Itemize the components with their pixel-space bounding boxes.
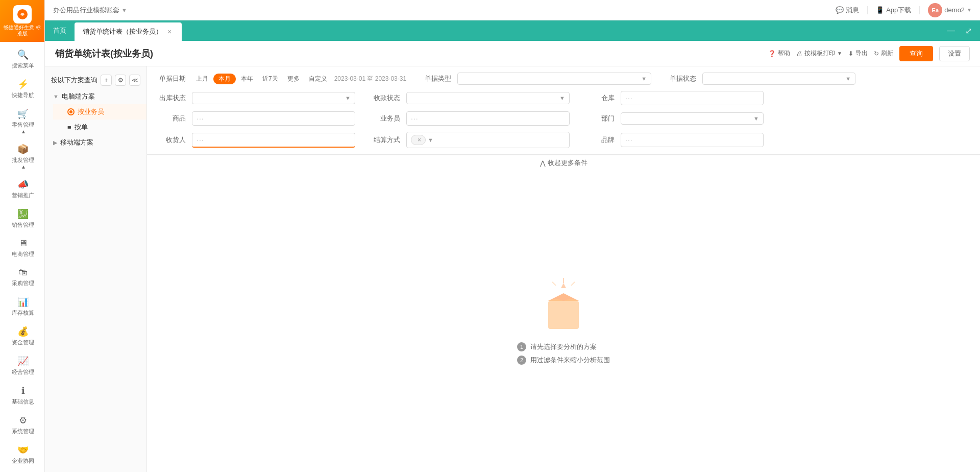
doc-type-control[interactable]: ▼: [457, 73, 651, 85]
goods-label: 商品: [157, 114, 186, 123]
app-download-button[interactable]: 📱 App下载: [876, 6, 911, 15]
tab-bar: 首页 销货单统计表（按业务员） × — ⤢: [45, 20, 980, 41]
outbound-control[interactable]: ▼: [192, 92, 355, 104]
sidebar-item-wholesale[interactable]: 📦 批发管理 ▲: [0, 138, 44, 174]
this-month-button[interactable]: 本月: [213, 74, 236, 84]
department-label: 部门: [586, 114, 615, 123]
tree-label-mobile: 移动端方案: [60, 138, 93, 147]
date-filter-buttons: 上月 本月 本年 近7天 更多 自定义 2023-03-01 至 2023-03…: [192, 74, 406, 84]
query-button[interactable]: 查询: [899, 46, 933, 61]
top-header: 办公用品行业模拟账套 ▼ 💬 消息 📱 App下载 Ea demo2 ▼: [45, 0, 980, 20]
settlement-clear-button[interactable]: ×: [418, 136, 421, 144]
chevron-down-icon: ▼: [53, 93, 59, 100]
add-scheme-button[interactable]: +: [101, 75, 112, 86]
svg-line-3: [571, 282, 575, 286]
empty-tips: 1 请先选择要分析的方案 2 用过滤条件来缩小分析范围: [517, 342, 610, 365]
sidebar-item-enterprise[interactable]: 🤝 企业协同: [0, 439, 44, 469]
tip-number-2: 2: [517, 356, 526, 365]
payment-label: 收款状态: [372, 93, 400, 103]
tab-sales-stats[interactable]: 销货单统计表（按业务员） ×: [75, 22, 182, 41]
avatar: Ea: [928, 3, 942, 17]
date-label: 单据日期: [157, 74, 186, 83]
sidebar-item-label: 营销推广: [12, 192, 34, 199]
app-title-bar: 办公用品行业模拟账套 ▼: [53, 6, 836, 15]
settlement-control[interactable]: × ▼: [406, 132, 570, 148]
scheme-by-order-label: 按单: [75, 123, 88, 132]
sidebar-item-quick[interactable]: ⚡ 快捷导航: [0, 74, 44, 103]
tab-home[interactable]: 首页: [45, 20, 75, 41]
divider: [867, 6, 868, 14]
operations-icon: 📈: [17, 356, 29, 367]
prev-month-button[interactable]: 上月: [192, 74, 212, 84]
user-profile[interactable]: Ea demo2 ▼: [928, 3, 972, 17]
page-title: 销货单统计表(按业务员): [55, 48, 768, 60]
retail-icon: 🛒: [17, 108, 29, 120]
warehouse-control[interactable]: ···: [621, 91, 764, 105]
brand-control[interactable]: ···: [621, 133, 764, 147]
filter-row-2: 出库状态 ▼ 收款状态 ▼ 仓库 ···: [157, 91, 970, 105]
tab-close-button[interactable]: ×: [165, 28, 174, 36]
collapse-conditions-button[interactable]: ⋀ 收起更多条件: [147, 155, 980, 171]
filter-row-1: 单据日期 上月 本月 本年 近7天 更多 自定义 2023-03-01 至 20…: [157, 73, 970, 85]
sidebar-item-system[interactable]: ⚙ 系统管理: [0, 410, 44, 439]
tab-home-label: 首页: [53, 26, 66, 35]
scheme-by-salesperson-label: 按业务员: [78, 107, 104, 116]
sidebar-item-purchase[interactable]: 🛍 采购管理: [0, 262, 44, 291]
print-button[interactable]: 🖨 按模板打印 ▼: [796, 49, 842, 58]
this-year-button[interactable]: 本年: [237, 74, 257, 84]
sidebar-item-ecommerce[interactable]: 🖥 电商管理: [0, 233, 44, 262]
sidebar-item-basic[interactable]: ℹ 基础信息: [0, 380, 44, 410]
inventory-icon: 📊: [17, 296, 29, 308]
salesperson-control[interactable]: ···: [406, 111, 570, 126]
scheme-by-order[interactable]: ≡ 按单: [53, 120, 146, 135]
export-icon: ⬇: [848, 50, 853, 57]
message-icon: 💬: [836, 6, 844, 14]
tip-text-1: 请先选择要分析的方案: [530, 342, 597, 351]
page-actions: ❓ 帮助 🖨 按模板打印 ▼ ⬇ 导出 ↻ 刷新 查询 设置: [768, 46, 970, 61]
scheme-by-salesperson[interactable]: 按业务员: [53, 104, 146, 120]
order-icon: ≡: [67, 124, 71, 131]
messages-button[interactable]: 💬 消息: [836, 6, 859, 15]
tree-item-desktop[interactable]: ▼ 电脑端方案: [45, 89, 146, 104]
recent7-button[interactable]: 近7天: [258, 74, 282, 84]
payment-control[interactable]: ▼: [406, 92, 570, 104]
chevron-right-icon: ▶: [53, 139, 57, 146]
custom-date-button[interactable]: 自定义: [305, 74, 331, 84]
enterprise-icon: 🤝: [17, 444, 29, 456]
right-panel: 单据日期 上月 本月 本年 近7天 更多 自定义 2023-03-01 至 20…: [147, 66, 980, 472]
settings-button[interactable]: 设置: [939, 46, 970, 61]
messages-label: 消息: [846, 6, 859, 15]
tree-item-mobile[interactable]: ▶ 移动端方案: [45, 135, 146, 150]
sidebar-item-retail[interactable]: 🛒 零售管理 ▲: [0, 103, 44, 138]
consignee-control[interactable]: ···: [192, 133, 355, 148]
goods-control[interactable]: ···: [192, 111, 355, 126]
quick-icon: ⚡: [17, 79, 29, 90]
chevron-up-icon: ▲: [21, 129, 26, 134]
minimize-button[interactable]: —: [943, 24, 959, 37]
doc-status-control[interactable]: ▼: [702, 73, 855, 85]
radio-selected-icon: [67, 108, 75, 115]
sidebar-item-sales[interactable]: 💹 销售管理: [0, 203, 44, 233]
sidebar-item-inventory[interactable]: 📊 库存核算: [0, 291, 44, 321]
export-button[interactable]: ⬇ 导出: [848, 49, 868, 58]
edit-scheme-button[interactable]: ⚙: [115, 75, 126, 86]
help-button[interactable]: ❓ 帮助: [768, 49, 790, 58]
sidebar-item-label: 系统管理: [12, 428, 34, 435]
collapse-panel-button[interactable]: ≪: [129, 75, 140, 86]
more-date-button[interactable]: 更多: [283, 74, 304, 84]
refresh-button[interactable]: ↻ 刷新: [874, 49, 893, 58]
sidebar-item-newbie[interactable]: 🎯 新手引导: [0, 469, 44, 472]
maximize-button[interactable]: ⤢: [961, 24, 976, 38]
empty-illustration: [528, 278, 599, 334]
department-control[interactable]: ▼: [621, 112, 764, 125]
sidebar-item-search[interactable]: 🔍 搜索菜单: [0, 44, 44, 74]
chevron-down-icon: ▼: [641, 76, 647, 82]
warehouse-label: 仓库: [586, 93, 615, 103]
panel-icon-buttons: + ⚙ ≪: [101, 75, 140, 86]
tip-item-1: 1 请先选择要分析的方案: [517, 342, 610, 351]
sidebar-item-operations[interactable]: 📈 经营管理: [0, 350, 44, 380]
sidebar-item-finance[interactable]: 💰 资金管理: [0, 321, 44, 350]
sidebar-item-marketing[interactable]: 📣 营销推广: [0, 174, 44, 203]
divider2: [919, 6, 920, 14]
empty-state: 1 请先选择要分析的方案 2 用过滤条件来缩小分析范围: [517, 278, 610, 365]
